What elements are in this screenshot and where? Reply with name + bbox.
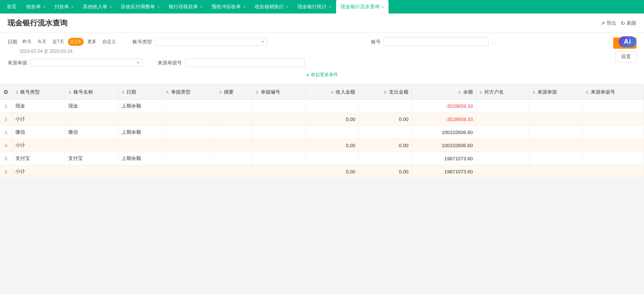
account-input[interactable] <box>384 37 489 46</box>
cell-source-doc <box>529 152 582 165</box>
sort-icon[interactable]: ⇅ <box>68 90 71 94</box>
cell-summary <box>216 113 252 126</box>
cell-income: 0.00 <box>305 139 359 152</box>
cell-account-type: 支付宝 <box>12 152 65 165</box>
row-index: 3 <box>0 126 12 139</box>
nav-tab-应收应付调整单[interactable]: 应收应付调整单 × <box>116 0 164 13</box>
cell-expense <box>359 126 412 139</box>
sort-icon[interactable]: ⇅ <box>585 90 588 94</box>
cell-expense <box>359 152 412 165</box>
cell-source-doc-no <box>582 113 644 126</box>
cell-income: 0.00 <box>305 165 359 178</box>
nav-tab-预收冲应收单[interactable]: 预收冲应收单 × <box>207 0 250 13</box>
sort-icon[interactable]: ⇅ <box>532 90 535 94</box>
close-icon[interactable]: × <box>157 0 159 13</box>
ai-assistant-button[interactable]: Ai <box>618 36 636 47</box>
close-icon[interactable]: × <box>71 0 74 13</box>
cell-account-type: 现金 <box>12 100 65 113</box>
cell-source-doc-no <box>582 139 644 152</box>
table-row[interactable]: 4 小计 0.00 0.00 100102606.60 <box>0 139 644 152</box>
cell-doc-no <box>252 152 305 165</box>
close-icon[interactable]: × <box>110 0 112 13</box>
cell-doc-type <box>163 100 216 113</box>
cell-doc-no <box>252 126 305 139</box>
account-type-select[interactable]: ▾ <box>155 38 267 46</box>
nav-tab-收款核销执行[interactable]: 收款核销执行 × <box>250 0 293 13</box>
cell-source-doc-no <box>582 152 644 165</box>
date-opt-1month[interactable]: 近1月 <box>68 38 84 46</box>
column-income: ⇅ 收入金额 <box>305 85 359 100</box>
cell-source-doc-no <box>582 100 644 113</box>
nav-home[interactable]: 首页 <box>2 0 22 13</box>
sort-icon[interactable]: ⇅ <box>219 90 222 94</box>
close-icon[interactable]: × <box>200 0 203 13</box>
cell-date: 上期余额 <box>118 152 162 165</box>
nav-tab-银行存取款单[interactable]: 银行存取款单 × <box>164 0 207 13</box>
nav-tab-收款单[interactable]: 收款单 × <box>22 0 50 13</box>
column-account-name: ⇅ 账号名称 <box>65 85 119 100</box>
column-source-doc-no: ⇅ 来源单据号 <box>582 85 644 100</box>
date-opt-today[interactable]: 今天 <box>35 38 49 46</box>
gear-icon[interactable]: ⚙ <box>3 89 8 95</box>
sort-icon[interactable]: ⇅ <box>479 90 482 94</box>
data-table-container: ⚙ ⇅ 账号类型 ⇅ 账号名称 ⇅ 日期 ⇅ 单据类型 <box>0 85 644 178</box>
cell-source-doc <box>529 126 582 139</box>
nav-tab-其他收入单[interactable]: 其他收入单 × <box>78 0 116 13</box>
date-opt-custom[interactable]: 自定义 <box>100 38 118 46</box>
table-row[interactable]: 3 微信 微信 上期余额 100102606.60 <box>0 126 644 139</box>
cell-counterpart <box>476 100 529 113</box>
cell-account-type: 小计 <box>12 165 65 178</box>
table-row[interactable]: 5 支付宝 支付宝 上期余额 19871073.60 <box>0 152 644 165</box>
date-opt-yesterday[interactable]: 昨天 <box>20 38 34 46</box>
data-table: ⚙ ⇅ 账号类型 ⇅ 账号名称 ⇅ 日期 ⇅ 单据类型 <box>0 85 644 178</box>
cell-date <box>118 139 162 152</box>
cell-summary <box>216 165 252 178</box>
cell-balance: -3528659.33 <box>411 113 476 126</box>
cell-income <box>305 100 359 113</box>
sort-icon[interactable]: ⇅ <box>15 90 18 94</box>
table-body: 1 现金 现金 上期余额 -3528659.33 2 小计 0.00 0.00 … <box>0 100 644 178</box>
cell-summary <box>216 100 252 113</box>
cell-account-type: 小计 <box>12 139 65 152</box>
cell-doc-no <box>252 100 305 113</box>
cell-date <box>118 165 162 178</box>
sort-icon[interactable]: ⇅ <box>122 90 125 94</box>
table-row[interactable]: 2 小计 0.00 0.00 -3528659.33 <box>0 113 644 126</box>
nav-tab-现金银行统计[interactable]: 现金银行统计 × <box>293 0 336 13</box>
source-doc-select[interactable]: ▾ <box>30 59 143 67</box>
nav-tab-付款单[interactable]: 付款单 × <box>50 0 78 13</box>
chevron-down-icon: ▾ <box>262 39 264 44</box>
date-opt-more[interactable]: 更多 <box>85 38 99 46</box>
sort-icon[interactable]: ⇅ <box>384 90 387 94</box>
date-options: 昨天 今天 近7天 近1月 更多 自定义 <box>20 38 118 46</box>
table-row[interactable]: 1 现金 现金 上期余额 -3528659.33 <box>0 100 644 113</box>
cell-counterpart <box>476 126 529 139</box>
export-button[interactable]: ↗ 导出 <box>600 20 616 27</box>
settings-button[interactable]: 设置 <box>615 51 636 62</box>
account-ellipsis-button[interactable]: ... <box>492 39 499 45</box>
cell-account-name <box>65 113 119 126</box>
collapse-bar[interactable]: ∧ 收起更多条件 <box>8 70 636 79</box>
close-icon[interactable]: × <box>243 0 245 13</box>
nav-tab-现金银行流水查询[interactable]: 现金银行流水查询 × <box>336 0 389 13</box>
sort-icon[interactable]: ⇅ <box>331 90 334 94</box>
refresh-button[interactable]: ↻ 刷新 <box>621 20 636 27</box>
close-icon[interactable]: × <box>43 0 45 13</box>
table-row[interactable]: 6 小计 0.00 0.00 19871073.60 <box>0 165 644 178</box>
close-icon[interactable]: × <box>329 0 331 13</box>
close-icon[interactable]: × <box>382 0 384 13</box>
cell-expense <box>359 100 412 113</box>
date-opt-7days[interactable]: 近7天 <box>50 38 66 46</box>
cell-counterpart <box>476 139 529 152</box>
cell-balance: -3528659.33 <box>411 100 476 113</box>
column-gear[interactable]: ⚙ <box>0 85 12 100</box>
sort-icon[interactable]: ⇅ <box>255 90 258 94</box>
source-doc-no-input[interactable] <box>185 58 305 67</box>
sort-icon[interactable]: ⇅ <box>458 90 461 94</box>
close-icon[interactable]: × <box>286 0 288 13</box>
page-header: 现金银行流水查询 ↗ 导出 ↻ 刷新 <box>0 13 644 33</box>
collapse-up-icon: ∧ <box>306 72 309 78</box>
cell-income: 0.00 <box>305 113 359 126</box>
sort-icon[interactable]: ⇅ <box>166 90 169 94</box>
row-index: 4 <box>0 139 12 152</box>
